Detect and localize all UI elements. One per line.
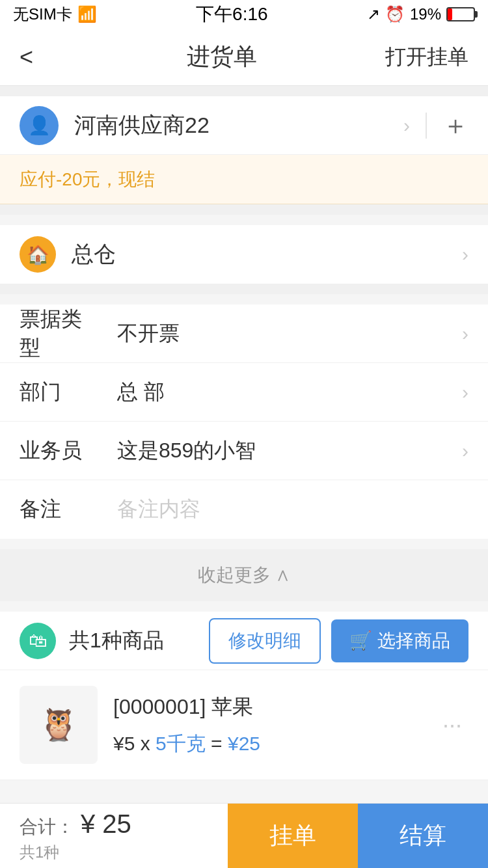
product-more-button[interactable]: ··· [436,705,468,745]
hang-button[interactable]: 挂单 [228,804,358,869]
checkout-label: 结算 [400,820,446,852]
remark-row[interactable]: 备注 备注内容 [0,480,488,539]
total-value: ¥25 [228,733,260,754]
ticket-type-value: 不开票 [98,319,462,348]
product-price: ¥5 x 5千克 = ¥25 [113,731,436,757]
department-arrow-icon: › [462,381,468,403]
total-label: 合计： [20,815,74,839]
alarm-icon: ⏰ [385,5,405,23]
select-product-button[interactable]: 🛒 选择商品 [331,619,468,662]
hang-label: 挂单 [269,820,316,852]
remark-label: 备注 [20,495,98,524]
status-time: 下午6:16 [196,2,268,27]
warehouse-row[interactable]: 🏠 总仓 › [0,225,488,284]
back-button[interactable]: < [20,44,59,71]
price-value: ¥5 [113,733,135,754]
product-icon: 🛍 [20,623,56,659]
sales-person-arrow-icon: › [462,440,468,462]
checkout-button[interactable]: 结算 [358,804,488,869]
ticket-type-row[interactable]: 票据类型 不开票 › [0,305,488,363]
add-supplier-button[interactable]: ＋ [442,107,468,143]
carrier-text: 无SIM卡 [13,4,72,25]
remark-input[interactable]: 备注内容 [98,495,468,524]
wifi-icon: 📶 [77,5,97,23]
department-value: 总 部 [98,378,462,407]
product-header: 🛍 共1种商品 修改明细 🛒 选择商品 [0,612,488,670]
collapse-label: 收起更多 ∧ [198,563,291,588]
form-section: 票据类型 不开票 › 部门 总 部 › 业务员 这是859的小智 › 备注 备注… [0,305,488,539]
sales-person-label: 业务员 [20,437,98,465]
status-left: 无SIM卡 📶 [13,4,97,25]
modify-detail-button[interactable]: 修改明细 [209,618,321,664]
total-section: 合计： ¥ 25 共1种 [0,809,228,863]
bottom-bar: 合计： ¥ 25 共1种 挂单 结算 [0,803,488,868]
product-thumbnail: 🦉 [20,686,98,764]
warehouse-icon: 🏠 [20,236,56,273]
top-divider [0,86,488,96]
shopping-icon: 🛍 [29,630,47,651]
open-hang-button[interactable]: 打开挂单 [385,43,468,72]
supplier-avatar: 👤 [20,106,59,145]
avatar-icon: 👤 [28,115,51,136]
price-multiply: x [141,733,156,754]
battery-icon [446,7,475,21]
quantity-value: 5千克 [156,733,206,754]
ticket-type-label: 票据类型 [20,305,98,362]
warehouse-name: 总仓 [72,239,462,269]
page-title: 进货单 [187,41,257,73]
product-thumb-icon: 🦉 [39,707,78,743]
total-label-row: 合计： ¥ 25 [20,809,208,839]
notice-divider [0,204,488,215]
product-name: [0000001] 苹果 [113,693,436,722]
collapse-toggle[interactable]: 收起更多 ∧ [0,549,488,601]
notice-text: 应付-20元，现结 [20,169,155,189]
cart-icon: 🛒 [349,630,372,651]
ticket-type-arrow-icon: › [462,323,468,345]
product-code: [0000001] [113,695,206,718]
product-count: 共1种商品 [69,627,209,655]
product-info: [0000001] 苹果 ¥5 x 5千克 = ¥25 [113,693,436,757]
status-right: ↗ ⏰ 19% [367,5,475,23]
status-bar: 无SIM卡 📶 下午6:16 ↗ ⏰ 19% [0,0,488,29]
price-equals: = [211,733,228,754]
total-count: 共1种 [20,842,208,863]
notice-banner: 应付-20元，现结 [0,155,488,204]
product-item: 🦉 [0000001] 苹果 ¥5 x 5千克 = ¥25 ··· [0,670,488,780]
total-amount: ¥ 25 [81,809,131,839]
location-icon: ↗ [367,5,380,23]
supplier-row[interactable]: 👤 河南供应商22 › ＋ [0,96,488,155]
sales-person-value: 这是859的小智 [98,437,462,465]
select-product-label: 选择商品 [377,629,450,653]
department-row[interactable]: 部门 总 部 › [0,363,488,422]
department-label: 部门 [20,378,98,407]
nav-bar: < 进货单 打开挂单 [0,29,488,86]
supplier-arrow-icon: › [403,115,410,137]
product-title: 苹果 [211,695,253,718]
supplier-divider [426,113,427,139]
sales-person-row[interactable]: 业务员 这是859的小智 › [0,422,488,480]
battery-percent: 19% [410,5,441,23]
warehouse-divider [0,284,488,294]
supplier-name: 河南供应商22 [74,111,403,141]
warehouse-arrow-icon: › [462,243,468,265]
